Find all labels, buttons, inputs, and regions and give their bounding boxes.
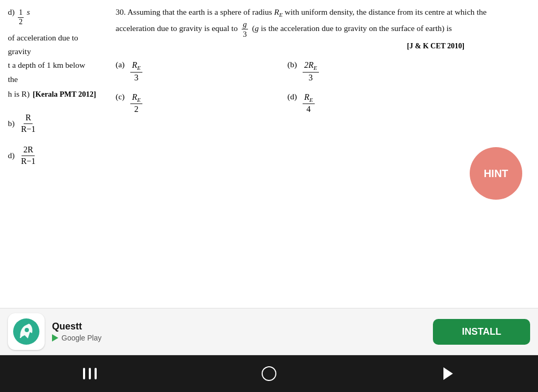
left-d2-denominator: R−1 <box>19 156 37 167</box>
left-text2: t a depth of 1 km below the <box>8 58 97 86</box>
left-d-label: d) <box>8 5 15 19</box>
option-d-fraction: RE 4 <box>303 92 315 115</box>
option-c-label: (c) <box>116 92 125 101</box>
option-d-numerator: RE <box>303 92 315 104</box>
option-a-fraction: RE 3 <box>130 60 142 83</box>
nav-line-1 <box>83 368 85 379</box>
svg-point-1 <box>25 328 29 332</box>
left-text3: h is R) <box>8 87 29 101</box>
left-d-unit: s <box>27 5 30 19</box>
banner-store: Google Play <box>52 334 422 342</box>
nav-bar <box>0 355 538 392</box>
left-text1: of acceleration due to gravity <box>8 31 97 59</box>
option-d: (d) RE 4 <box>287 92 459 115</box>
option-b-fraction: 2RE 3 <box>303 60 319 83</box>
options-grid: (a) RE 3 (b) 2RE 3 (c) RE 2 <box>116 60 527 115</box>
main-content: d) 1 2 s of acceleration due to gravity … <box>0 0 538 326</box>
left-d-fraction: 1 2 <box>18 8 24 27</box>
play-icon <box>52 334 58 342</box>
left-option-d2-label: d) <box>8 149 15 162</box>
right-column: 30. Assuming that the earth is a sphere … <box>105 0 538 120</box>
option-a-numerator: RE <box>130 60 142 72</box>
jk-citation: [J & K CET 2010] <box>116 42 464 50</box>
left-option-b-fraction: R R−1 <box>19 112 37 135</box>
option-c-sub: E <box>137 97 141 103</box>
left-b-numerator: R <box>24 112 33 124</box>
option-d-label: (d) <box>287 92 297 101</box>
g-denominator: 3 <box>242 29 248 39</box>
left-d-denominator: 2 <box>18 18 24 27</box>
install-button[interactable]: INSTALL <box>433 319 530 345</box>
left-b-denominator: R−1 <box>19 124 37 135</box>
hint-button[interactable]: HINT <box>470 147 522 200</box>
nav-home-button[interactable] <box>248 360 290 387</box>
option-b-sub: E <box>314 65 317 71</box>
option-a: (a) RE 3 <box>116 60 287 83</box>
option-b: (b) 2RE 3 <box>287 60 459 83</box>
option-b-numerator: 2RE <box>303 60 319 72</box>
left-option-d2-fraction: 2R R−1 <box>19 145 37 167</box>
nav-menu-button[interactable] <box>69 360 111 387</box>
option-a-label: (a) <box>116 60 125 69</box>
left-d2-numerator: 2R <box>22 145 35 156</box>
option-c-fraction: RE 2 <box>130 92 142 115</box>
back-chevron-icon <box>443 367 453 380</box>
option-b-label: (b) <box>287 60 297 69</box>
left-option-b-label: b) <box>8 117 15 130</box>
option-a-denominator: 3 <box>132 73 140 84</box>
g-numerator: g <box>242 19 248 29</box>
option-c-denominator: 2 <box>132 104 140 115</box>
question-text-start: Assuming that the earth is a sphere of r… <box>116 7 487 33</box>
r-e-symbol: RE <box>274 7 283 16</box>
nav-line-2 <box>89 368 91 379</box>
question-number: 30. <box>116 7 126 16</box>
option-c: (c) RE 2 <box>116 92 287 115</box>
app-icon <box>13 318 39 345</box>
nav-back-button[interactable] <box>427 360 469 387</box>
question-body: 30. Assuming that the earth is a sphere … <box>116 5 527 39</box>
store-name: Google Play <box>61 334 101 342</box>
install-banner: Questt Google Play INSTALL <box>0 308 538 355</box>
left-d-numerator: 1 <box>18 8 24 18</box>
option-d-denominator: 4 <box>305 104 312 115</box>
option-a-sub: E <box>137 65 141 71</box>
banner-info: Questt Google Play <box>52 321 422 342</box>
option-b-denominator: 3 <box>307 73 314 84</box>
home-circle-icon <box>262 366 276 381</box>
app-name: Questt <box>52 321 422 332</box>
app-icon-wrap <box>8 313 45 350</box>
kerala-citation: [Kerala PMT 2012] <box>33 90 96 99</box>
option-d-sub: E <box>309 97 313 103</box>
g-over-3: g 3 <box>242 19 248 39</box>
option-c-numerator: RE <box>130 92 142 104</box>
hint-label: HINT <box>484 168 509 180</box>
left-column: d) 1 2 s of acceleration due to gravity … <box>0 0 105 172</box>
nav-line-3 <box>95 368 97 379</box>
